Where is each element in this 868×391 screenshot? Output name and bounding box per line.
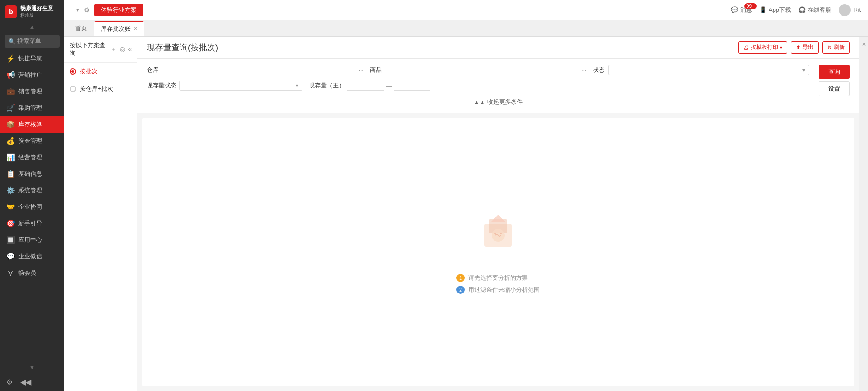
refresh-button[interactable]: ↻ 刷新	[822, 41, 850, 54]
sidebar-item-label: 新手引导	[18, 219, 42, 228]
sidebar-title-area: 畅康通好生意 标准版	[20, 5, 53, 19]
sidebar-item-label: 营销推广	[18, 71, 42, 79]
tip-num-2: 2	[456, 286, 465, 294]
sidebar-item-finance[interactable]: 💰 资金管理	[0, 133, 64, 149]
sidebar-item-label: 应用中心	[18, 236, 42, 244]
sidebar-item-basic[interactable]: 📋 基础信息	[0, 166, 64, 182]
avatar	[839, 4, 851, 16]
warehouse-label: 仓库	[147, 66, 159, 74]
sidebar-item-label: 采购管理	[18, 104, 42, 112]
close-panel-icon[interactable]: ✕	[861, 41, 867, 48]
content-area: 现存量查询(按批次) 🖨 按模板打印 ▾ ⬆ 导出 ↻ 刷新	[137, 37, 859, 391]
topbar-right: 💬 消息 99+ 📱 App下载 🎧 在线客服 Rit	[731, 4, 861, 16]
current-qty-from-input[interactable]	[347, 81, 384, 91]
basic-icon: 📋	[6, 170, 15, 178]
sidebar-item-member[interactable]: V 畅会员	[0, 265, 64, 281]
sidebar: b 畅康通好生意 标准版 ▲ 🔍 搜索菜单 ⚡ 快捷导航 📢 营销推广 💼 销售…	[0, 0, 64, 391]
settings-scheme-icon[interactable]: ◎	[120, 45, 125, 54]
warehouse-more-icon[interactable]: ···	[359, 67, 363, 73]
settings-icon[interactable]: ⚙	[6, 378, 13, 386]
sidebar-nav: ⚡ 快捷导航 📢 营销推广 💼 销售管理 🛒 采购管理 📦 库存核算 💰 资金管…	[0, 50, 64, 362]
collapse-filters-button[interactable]: ▲▲ 收起更多条件	[473, 98, 523, 106]
system-icon: ⚙️	[6, 186, 15, 195]
qty-dash: —	[386, 82, 392, 89]
left-panel: 按以下方案查询 ＋ ◎ « 按批次 按仓库+批次	[64, 37, 137, 391]
page-container: 按以下方案查询 ＋ ◎ « 按批次 按仓库+批次	[64, 37, 868, 391]
message-badge: 99+	[744, 3, 757, 9]
sidebar-item-enterprise[interactable]: 🤝 企业协同	[0, 199, 64, 215]
marketing-icon: 📢	[6, 71, 15, 79]
radio-inner	[71, 70, 74, 73]
goods-more-icon[interactable]: ···	[582, 67, 586, 73]
right-sidebar-close: ✕	[859, 37, 868, 391]
sidebar-item-operations[interactable]: 📊 经营管理	[0, 149, 64, 166]
sidebar-item-label: 销售管理	[18, 87, 42, 96]
tab-home[interactable]: 首页	[69, 22, 93, 35]
current-qty-to-input[interactable]	[394, 81, 430, 91]
search-menu[interactable]: 🔍 搜索菜单	[5, 35, 60, 48]
sidebar-item-label: 企业协同	[18, 203, 42, 211]
empty-state: 1 请先选择要分析的方案 2 用过滤条件来缩小分析范围	[142, 118, 854, 386]
print-icon: 🖨	[743, 44, 749, 51]
sidebar-item-system[interactable]: ⚙️ 系统管理	[0, 182, 64, 199]
scroll-down-button[interactable]: ▼	[0, 362, 64, 373]
trial-button[interactable]: 体验行业方案	[94, 4, 143, 16]
online-service-button[interactable]: 🎧 在线客服	[798, 6, 831, 14]
status-dropdown-icon[interactable]: ▾	[802, 67, 805, 73]
quick-nav-icon: ⚡	[6, 54, 15, 63]
sidebar-item-label: 基础信息	[18, 170, 42, 178]
user-name: Rit	[853, 6, 861, 13]
collapse-panel-icon[interactable]: «	[128, 45, 132, 54]
tab-close-icon[interactable]: ✕	[133, 26, 137, 32]
current-qty-label: 现存量（主）	[309, 81, 345, 90]
user-menu[interactable]: Rit	[839, 4, 861, 16]
inventory-status-dropdown-icon[interactable]: ▾	[296, 82, 298, 89]
sidebar-item-quick-nav[interactable]: ⚡ 快捷导航	[0, 50, 64, 67]
main-area: ▾ ⚙ 体验行业方案 💬 消息 99+ 📱 App下载 🎧 在线客服 Rit	[64, 0, 868, 391]
sidebar-item-inventory[interactable]: 📦 库存核算	[0, 116, 64, 133]
sidebar-item-sales[interactable]: 💼 销售管理	[0, 83, 64, 100]
finance-icon: 💰	[6, 137, 15, 145]
query-button[interactable]: 查询	[819, 65, 850, 79]
collapse-sidebar-icon[interactable]: ◀◀	[20, 378, 31, 386]
tip-text-1: 请先选择要分析的方案	[468, 274, 528, 282]
member-icon: V	[6, 269, 15, 277]
scroll-up-button[interactable]: ▲	[0, 22, 64, 32]
tab-inventory-batch-label: 库存批次账	[101, 25, 131, 33]
tabbar: 首页 库存批次账 ✕	[64, 20, 868, 37]
phone-icon: 📱	[759, 6, 767, 13]
breadcrumb-dropdown-icon[interactable]: ▾	[76, 6, 79, 13]
app-download-button[interactable]: 📱 App下载	[759, 6, 791, 14]
empty-tip-2: 2 用过滤条件来缩小分析范围	[456, 286, 540, 294]
left-panel-title: 按以下方案查询	[70, 41, 110, 58]
inventory-status-label: 现存量状态	[147, 81, 176, 90]
sidebar-item-newbie[interactable]: 🎯 新手引导	[0, 215, 64, 232]
sidebar-item-purchase[interactable]: 🛒 采购管理	[0, 100, 64, 116]
sidebar-item-marketing[interactable]: 📢 营销推广	[0, 67, 64, 83]
sidebar-item-label: 系统管理	[18, 186, 42, 195]
sidebar-item-wechat[interactable]: 💬 企业微信	[0, 248, 64, 265]
messages-button[interactable]: 💬 消息 99+	[731, 6, 752, 14]
topbar-gear-icon[interactable]: ⚙	[84, 6, 90, 14]
sidebar-item-label: 经营管理	[18, 153, 42, 162]
svg-point-4	[494, 233, 496, 234]
export-button[interactable]: ⬆ 导出	[791, 41, 819, 54]
sidebar-item-label: 快捷导航	[18, 54, 42, 63]
scheme-by-batch[interactable]: 按批次	[64, 63, 137, 80]
sales-icon: 💼	[6, 87, 15, 96]
goods-input[interactable]	[385, 65, 580, 75]
tab-inventory-batch[interactable]: 库存批次账 ✕	[94, 21, 144, 36]
app-download-label: App下载	[769, 6, 791, 14]
left-panel-header: 按以下方案查询 ＋ ◎ «	[64, 37, 137, 63]
company-name: 畅康通好生意	[20, 5, 53, 12]
add-scheme-icon[interactable]: ＋	[110, 45, 117, 54]
warehouse-input[interactable]	[162, 65, 357, 75]
print-dropdown-icon: ▾	[780, 45, 782, 50]
scheme-by-warehouse-batch[interactable]: 按仓库+批次	[64, 80, 137, 98]
sidebar-item-label: 企业微信	[18, 252, 42, 261]
sidebar-item-app-center[interactable]: 🔲 应用中心	[0, 232, 64, 248]
print-button[interactable]: 🖨 按模板打印 ▾	[738, 41, 787, 54]
settings-button[interactable]: 设置	[819, 81, 850, 96]
sidebar-bottom: ⚙ ◀◀	[0, 373, 64, 391]
collapse-filters-label: 收起更多条件	[487, 98, 523, 106]
